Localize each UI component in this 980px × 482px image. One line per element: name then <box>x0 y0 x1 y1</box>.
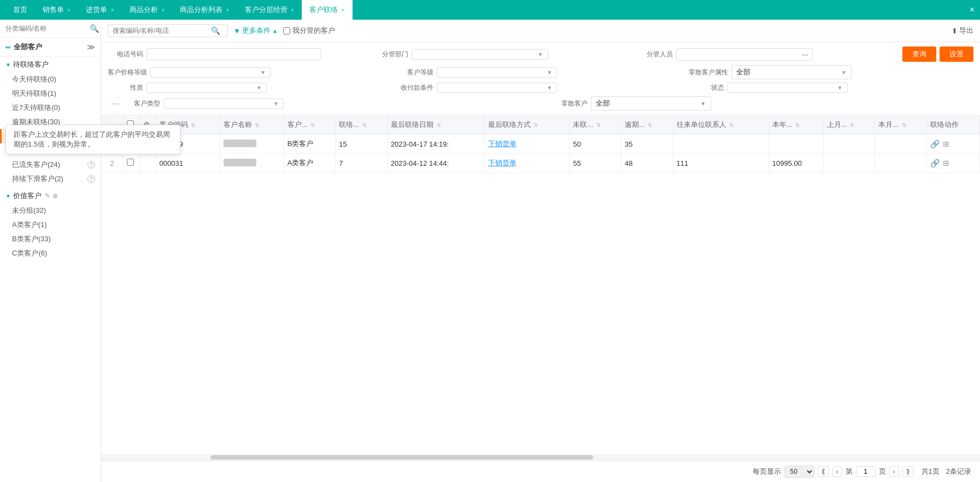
sort-icon-tmonth[interactable]: ⇅ <box>902 122 906 128</box>
nav-home[interactable]: 首页 <box>5 0 35 20</box>
sort-icon-overdue[interactable]: ⇅ <box>648 122 652 128</box>
sidebar-item-7days[interactable]: 近7天待联络(0) <box>0 101 101 115</box>
search-icon[interactable]: 🔍 <box>211 26 220 35</box>
phone-input[interactable] <box>146 48 321 60</box>
filter-retail-customer: 零散客户 全部 ▼ <box>552 96 974 111</box>
add-icon[interactable]: ⊕ <box>52 192 58 200</box>
contact-method-link-1[interactable]: 下销货单 <box>488 140 517 148</box>
dots-icon: ··· <box>802 50 808 59</box>
query-button[interactable]: 查询 <box>902 47 936 62</box>
link-icon-1[interactable]: 🔗 <box>930 140 940 148</box>
filter-icon: ▼ <box>233 27 240 35</box>
cell-tmonth-2 <box>875 154 927 173</box>
next-page-btn[interactable]: › <box>889 466 899 477</box>
cell-settings-2 <box>139 154 156 173</box>
sidebar-group-pending[interactable]: ▼ 待联络客户 <box>0 57 101 72</box>
cell-date-2: 2023-04-12 14:44: <box>387 154 484 173</box>
sort-icon-type[interactable]: ⇅ <box>310 122 315 128</box>
sidebar-item-class-b[interactable]: B类客户(33) <box>0 232 101 246</box>
table-row: 1 000039 B类客户 15 2023-04-17 14:19: <box>101 135 980 154</box>
sort-icon-date[interactable]: ⇅ <box>437 122 441 128</box>
my-customers-checkbox[interactable] <box>283 27 290 34</box>
sidebar-item-already-lost[interactable]: 已流失客户(24) ? <box>0 158 101 172</box>
nav-sales[interactable]: 销售单 × <box>35 0 78 20</box>
filter-bar: 🔍 ▼ 更多条件 ▲ 我分管的客户 ⬆ 导出 <box>101 20 980 42</box>
edit-icon[interactable]: ✎ <box>45 192 50 200</box>
nav-purchase-close[interactable]: × <box>110 7 114 13</box>
sidebar-item-today[interactable]: 今天待联络(0) <box>0 72 101 86</box>
sort-icon-year[interactable]: ⇅ <box>795 122 800 128</box>
table-container[interactable]: ⚙ 客户编码 ⇅ 客户名称 ⇅ 客户... ⇅ <box>101 115 980 454</box>
sort-icon-unread[interactable]: ⇅ <box>596 122 601 128</box>
chevron-down-icon-4: ▼ <box>841 69 847 76</box>
setting-button[interactable]: 设置 <box>940 47 973 62</box>
cell-lmonth-2 <box>823 154 875 173</box>
customer-type-select[interactable]: ▼ <box>163 98 284 109</box>
price-level-select[interactable]: ▼ <box>150 67 271 78</box>
nav-product-analysis-list[interactable]: 商品分析列表 × <box>172 0 237 20</box>
customer-level-select[interactable]: ▼ <box>437 67 557 78</box>
last-page-btn[interactable]: ⟫ <box>902 466 914 477</box>
contact-method-link-2[interactable]: 下销货单 <box>488 159 517 167</box>
sidebar-item-declining[interactable]: 持续下滑客户(2) ? <box>0 172 101 186</box>
first-page-btn[interactable]: ⟪ <box>818 466 829 477</box>
more-conditions-btn[interactable]: ▼ 更多条件 ▲ <box>233 26 278 36</box>
row2-checkbox[interactable] <box>127 159 134 166</box>
filter-row-1: 电话号码 分管部门 ▼ 分管人员 ··· <box>108 47 973 62</box>
cell-checkbox-2 <box>123 154 139 173</box>
cell-overdue-2: 48 <box>621 154 673 173</box>
horizontal-scrollbar[interactable] <box>101 454 980 461</box>
content-area: 🔍 ▼ 更多条件 ▲ 我分管的客户 ⬆ 导出 电话号码 <box>101 20 980 482</box>
sidebar-collapse-btn[interactable]: ≫ <box>87 43 95 51</box>
nature-select[interactable]: ▼ <box>146 83 267 93</box>
sidebar-group-value[interactable]: ▼ 价值客户 ✎ ⊕ <box>0 188 101 204</box>
sidebar-item-ungrouped[interactable]: 未分组(32) <box>0 204 101 218</box>
page-number-input[interactable] <box>856 466 876 477</box>
sidebar-item-tomorrow[interactable]: 明天待联络(1) <box>0 86 101 101</box>
sort-icon-name[interactable]: ⇅ <box>255 122 259 128</box>
status-select[interactable]: ▼ <box>727 83 848 93</box>
nav-product-analysis-close[interactable]: × <box>161 7 165 13</box>
prev-page-btn[interactable]: ‹ <box>832 466 842 477</box>
more-filter-dots[interactable]: ··· <box>111 98 119 109</box>
search-input[interactable] <box>113 27 211 34</box>
retail-customer-select[interactable]: 全部 ▼ <box>591 96 711 111</box>
chevron-down-icon-9: ▼ <box>701 101 706 107</box>
sidebar-item-class-c[interactable]: C类客户(6) <box>0 246 101 260</box>
sort-icon-method[interactable]: ⇅ <box>533 122 538 128</box>
scrollbar-thumb[interactable] <box>210 455 593 460</box>
nav-customer-contact-close[interactable]: × <box>341 7 344 13</box>
nav-customer-segment[interactable]: 客户分层经营 × <box>237 0 302 20</box>
payment-select[interactable]: ▼ <box>437 83 557 93</box>
department-select[interactable]: ▼ <box>412 49 548 60</box>
sidebar-search-input[interactable] <box>5 25 87 32</box>
sidebar-item-class-a[interactable]: A类客户(1) <box>0 218 101 232</box>
manager-select[interactable]: ··· <box>676 48 813 61</box>
nav-product-list-close[interactable]: × <box>226 7 229 13</box>
info-icon-4: ? <box>87 175 95 183</box>
chevron-down-icon-3: ▼ <box>547 69 552 76</box>
export-button[interactable]: ⬆ 导出 <box>952 26 973 36</box>
chevron-down-icon-2: ▼ <box>260 69 266 76</box>
chevron-down-icon: ▲ <box>272 28 278 34</box>
sort-icon-contact[interactable]: ⇅ <box>362 122 367 128</box>
global-close-button[interactable]: × <box>970 5 975 15</box>
retail-attr-select[interactable]: 全部 ▼ <box>731 65 852 79</box>
nav-product-analysis[interactable]: 商品分析 × <box>122 0 172 20</box>
sort-icon[interactable]: ⇅ <box>191 122 195 128</box>
cell-name-1 <box>220 135 284 154</box>
per-page-label: 每页显示 <box>753 467 781 477</box>
filter-manager: 分管人员 ··· <box>637 48 897 61</box>
sidebar-search-icon[interactable]: 🔍 <box>90 24 99 33</box>
nav-purchase[interactable]: 进货单 × <box>78 0 121 20</box>
link-icon-2[interactable]: 🔗 <box>930 159 940 167</box>
grid-icon-2[interactable]: ⊞ <box>943 159 949 167</box>
sort-icon-lmonth[interactable]: ⇅ <box>850 122 854 128</box>
grid-icon-1[interactable]: ⊞ <box>943 140 949 148</box>
per-page-select[interactable]: 50 20 100 <box>784 466 814 478</box>
sort-icon-unit[interactable]: ⇅ <box>729 122 733 128</box>
nav-customer-contact[interactable]: 客户联络 × <box>302 0 352 20</box>
col-unread: 未联... ⇅ <box>570 115 621 135</box>
nav-customer-segment-close[interactable]: × <box>291 7 294 13</box>
nav-sales-close[interactable]: × <box>67 7 71 13</box>
